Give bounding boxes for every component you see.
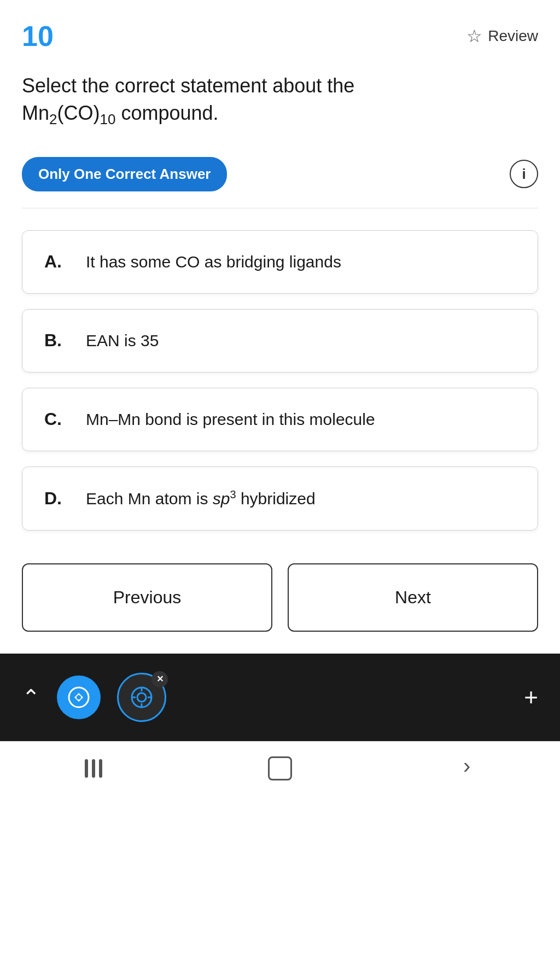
option-b-text: EAN is 35 xyxy=(86,329,159,352)
option-c[interactable]: C. Mn–Mn bond is present in this molecul… xyxy=(22,388,538,451)
back-chevron-icon: ‹ xyxy=(463,756,470,781)
section-divider xyxy=(22,208,538,208)
app-logo-icon xyxy=(67,685,91,709)
star-icon: ☆ xyxy=(466,26,482,46)
option-c-text: Mn–Mn bond is present in this molecule xyxy=(86,408,375,431)
android-home-icon[interactable] xyxy=(258,752,302,785)
question-text: Select the correct statement about the M… xyxy=(22,72,538,130)
option-c-letter: C. xyxy=(44,409,64,429)
taskbar-plus-icon[interactable]: + xyxy=(524,684,538,711)
android-menu-icon[interactable] xyxy=(72,752,115,785)
taskbar-active-icon[interactable]: ✕ xyxy=(117,673,166,722)
option-b-letter: B. xyxy=(44,330,64,351)
option-d-letter: D. xyxy=(44,488,64,509)
nav-buttons: Previous Next xyxy=(22,563,538,654)
header: 10 ☆ Review xyxy=(22,22,538,50)
badge-row: Only One Correct Answer i xyxy=(22,157,538,191)
question-number: 10 xyxy=(22,22,54,50)
option-a-letter: A. xyxy=(44,252,64,272)
home-square-icon xyxy=(268,756,292,780)
menu-lines-icon xyxy=(85,759,102,778)
svg-point-1 xyxy=(77,695,81,700)
android-back-icon[interactable]: ‹ xyxy=(445,752,488,785)
option-a[interactable]: A. It has some CO as bridging ligands xyxy=(22,230,538,294)
chevron-up-icon[interactable]: ⌃ xyxy=(22,685,40,710)
active-app-icon xyxy=(128,684,155,711)
option-b[interactable]: B. EAN is 35 xyxy=(22,309,538,372)
option-d-text: Each Mn atom is sp3 hybridized xyxy=(86,487,316,510)
info-icon[interactable]: i xyxy=(510,160,538,188)
main-content: 10 ☆ Review Select the correct statement… xyxy=(0,0,560,654)
review-button[interactable]: ☆ Review xyxy=(466,26,538,46)
taskbar-left: ⌃ ✕ xyxy=(22,673,166,722)
android-nav-bar: ‹ xyxy=(0,741,560,796)
taskbar: ⌃ ✕ + xyxy=(0,654,560,741)
svg-point-3 xyxy=(137,693,146,702)
review-label: Review xyxy=(488,27,538,45)
close-badge: ✕ xyxy=(151,671,168,687)
option-d[interactable]: D. Each Mn atom is sp3 hybridized xyxy=(22,467,538,531)
taskbar-app-icon[interactable] xyxy=(57,675,101,719)
option-a-text: It has some CO as bridging ligands xyxy=(86,250,341,273)
options-container: A. It has some CO as bridging ligands B.… xyxy=(22,230,538,531)
answer-type-badge: Only One Correct Answer xyxy=(22,157,227,191)
previous-button[interactable]: Previous xyxy=(22,563,272,632)
next-button[interactable]: Next xyxy=(288,563,538,632)
